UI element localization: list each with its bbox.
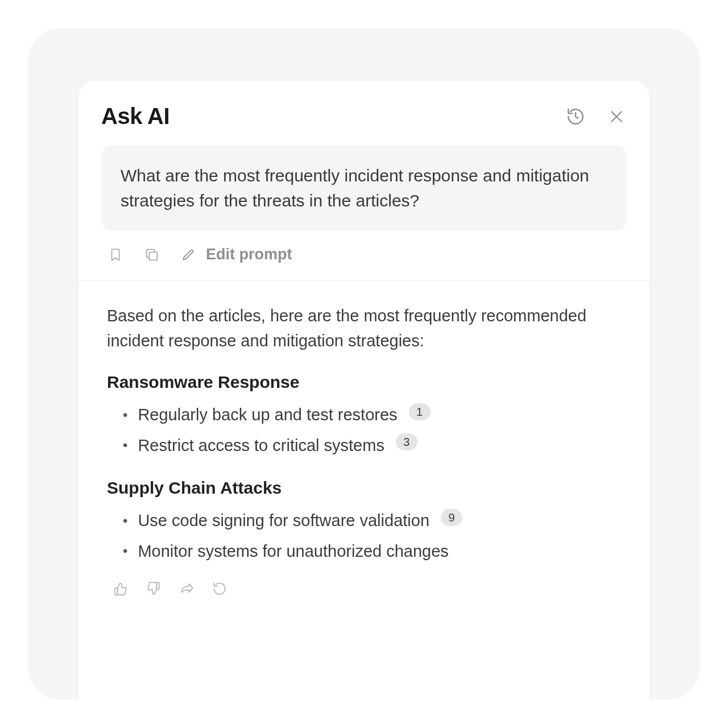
section-list: Regularly back up and test restores 1 Re…: [107, 403, 621, 458]
response-actions: [107, 581, 621, 597]
edit-prompt-label: Edit prompt: [206, 246, 292, 263]
citation-badge[interactable]: 9: [441, 509, 462, 526]
list-item: Monitor systems for unauthorized changes: [107, 539, 621, 564]
section-heading: Supply Chain Attacks: [107, 475, 621, 500]
thumbs-up-icon: [113, 581, 128, 596]
thumbs-up-button[interactable]: [113, 581, 129, 597]
bookmark-icon: [108, 246, 123, 263]
list-item-text: Regularly back up and test restores: [138, 403, 397, 428]
thumbs-down-icon: [146, 581, 161, 596]
share-icon: [179, 581, 195, 596]
list-item-text: Use code signing for software validation: [138, 508, 429, 533]
bookmark-button[interactable]: [107, 246, 124, 263]
list-item: Regularly back up and test restores 1: [107, 403, 621, 428]
divider: [78, 280, 650, 281]
list-item: Use code signing for software validation…: [107, 508, 621, 533]
retry-button[interactable]: [212, 581, 228, 597]
close-icon: [608, 108, 625, 125]
section-heading: Ransomware Response: [107, 369, 621, 395]
ai-response: Based on the articles, here are the most…: [101, 304, 627, 597]
svg-rect-2: [149, 252, 157, 260]
pencil-icon: [181, 247, 196, 262]
list-item-text: Monitor systems for unauthorized changes: [138, 539, 448, 564]
app-background: Ask AI What are the most freque: [28, 28, 700, 700]
thumbs-down-button[interactable]: [146, 581, 162, 597]
prompt-actions: Edit prompt: [101, 246, 627, 280]
list-item-text: Restrict access to critical systems: [138, 433, 384, 458]
section-list: Use code signing for software validation…: [107, 508, 621, 564]
list-item: Restrict access to critical systems 3: [107, 433, 621, 458]
panel-header: Ask AI: [101, 104, 627, 129]
share-button[interactable]: [179, 581, 195, 597]
citation-badge[interactable]: 3: [396, 433, 417, 450]
citation-badge[interactable]: 1: [409, 403, 431, 420]
edit-prompt-button[interactable]: Edit prompt: [180, 246, 292, 263]
prompt-text: What are the most frequently incident re…: [101, 145, 627, 231]
copy-icon: [144, 247, 160, 263]
history-button[interactable]: [565, 106, 586, 127]
copy-button[interactable]: [143, 246, 160, 263]
panel-title: Ask AI: [101, 104, 169, 129]
response-intro: Based on the articles, here are the most…: [107, 304, 621, 353]
header-actions: [565, 106, 627, 127]
pencil-icon-wrap: [180, 246, 197, 263]
retry-icon: [212, 581, 227, 596]
history-icon: [566, 107, 585, 126]
close-button[interactable]: [606, 106, 627, 127]
ask-ai-panel: Ask AI What are the most freque: [78, 81, 650, 700]
